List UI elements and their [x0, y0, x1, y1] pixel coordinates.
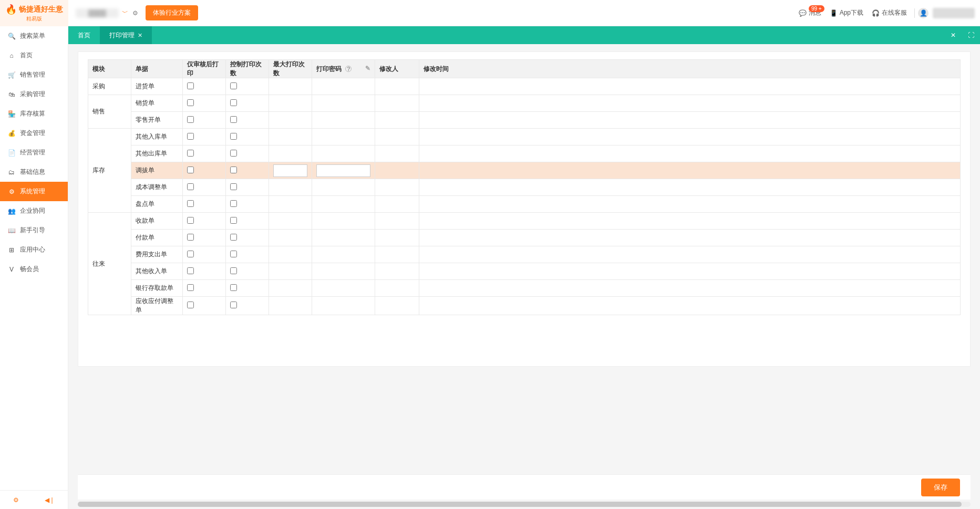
- sidebar-item-search-menu[interactable]: 🔍搜索菜单: [0, 26, 68, 46]
- password-cell: [312, 112, 375, 129]
- funds-icon: 💰: [7, 130, 16, 137]
- horizontal-scrollbar[interactable]: [78, 502, 971, 507]
- sidebar-item-purchase[interactable]: 🛍采购管理: [0, 85, 68, 104]
- audit-only-checkbox[interactable]: [187, 217, 194, 224]
- password-input[interactable]: [316, 164, 370, 177]
- sidebar-item-home[interactable]: ⌂首页: [0, 46, 68, 65]
- col-max-count: 最大打印次数: [269, 60, 312, 78]
- control-count-checkbox[interactable]: [230, 150, 237, 157]
- modify-time-cell: [419, 78, 961, 95]
- bill-cell: 零售开单: [131, 112, 183, 129]
- modifier-cell: [375, 129, 419, 146]
- app-center-icon: ⊞: [7, 246, 16, 254]
- control-count-checkbox[interactable]: [230, 251, 237, 257]
- tenant-selector[interactable]: ████ ﹀: [76, 8, 128, 18]
- control-count-cell: [226, 246, 269, 263]
- industry-plan-button[interactable]: 体验行业方案: [146, 5, 198, 20]
- control-count-checkbox[interactable]: [230, 234, 237, 241]
- sidebar-item-label: 首页: [20, 51, 33, 60]
- bill-cell: 销货单: [131, 95, 183, 112]
- col-modifier: 修改人: [375, 60, 419, 78]
- basic-info-icon: 🗂: [7, 169, 16, 176]
- app-download-button[interactable]: 📱 App下载: [830, 8, 863, 17]
- sidebar-item-basic-info[interactable]: 🗂基础信息: [0, 162, 68, 182]
- audit-only-checkbox[interactable]: [187, 133, 194, 140]
- fullscreen-button[interactable]: ⛶: [962, 32, 980, 39]
- modifier-cell: [375, 112, 419, 129]
- control-count-checkbox[interactable]: [230, 183, 237, 190]
- tab-home[interactable]: 首页: [68, 26, 100, 44]
- home-icon: ⌂: [7, 52, 16, 59]
- sidebar-item-label: 资金管理: [20, 129, 45, 138]
- bill-cell: 成本调整单: [131, 179, 183, 196]
- avatar-icon[interactable]: 👤: [918, 8, 929, 18]
- save-button[interactable]: 保存: [921, 479, 960, 496]
- control-count-checkbox[interactable]: [230, 267, 237, 274]
- audit-only-checkbox[interactable]: [187, 183, 194, 190]
- control-count-cell: [226, 95, 269, 112]
- sidebar: 🔍搜索菜单⌂首页🛒销售管理🛍采购管理🏪库存核算💰资金管理📄经营管理🗂基础信息⚙系…: [0, 26, 68, 509]
- control-count-checkbox[interactable]: [230, 116, 237, 123]
- messages-button[interactable]: 💬 消息 99 +: [799, 8, 821, 17]
- audit-only-checkbox[interactable]: [187, 200, 194, 207]
- audit-only-checkbox[interactable]: [187, 116, 194, 123]
- max-count-input[interactable]: [273, 164, 307, 177]
- sidebar-item-funds[interactable]: 💰资金管理: [0, 123, 68, 143]
- audit-only-checkbox[interactable]: [187, 99, 194, 106]
- user-name[interactable]: [933, 8, 975, 18]
- control-count-checkbox[interactable]: [230, 284, 237, 291]
- audit-only-cell: [183, 297, 226, 315]
- control-count-cell: [226, 112, 269, 129]
- sidebar-item-business[interactable]: 📄经营管理: [0, 143, 68, 162]
- audit-only-checkbox[interactable]: [187, 82, 194, 89]
- sidebar-item-sales[interactable]: 🛒销售管理: [0, 65, 68, 85]
- sidebar-item-inventory[interactable]: 🏪库存核算: [0, 104, 68, 123]
- col-bill: 单据: [131, 60, 183, 78]
- sidebar-item-vip[interactable]: V畅会员: [0, 259, 68, 279]
- scrollbar-thumb[interactable]: [78, 502, 962, 507]
- audit-only-checkbox[interactable]: [187, 302, 194, 308]
- settings-icon[interactable]: ⚙: [13, 496, 19, 504]
- help-icon[interactable]: ?: [345, 66, 352, 72]
- control-count-checkbox[interactable]: [230, 200, 237, 207]
- sidebar-item-label: 搜索菜单: [20, 32, 45, 40]
- audit-only-checkbox[interactable]: [187, 267, 194, 274]
- audit-only-checkbox[interactable]: [187, 251, 194, 257]
- sidebar-item-collab[interactable]: 👥企业协同: [0, 201, 68, 221]
- password-cell: [312, 162, 375, 179]
- audit-only-checkbox[interactable]: [187, 284, 194, 291]
- online-service-button[interactable]: 🎧 在线客服: [872, 8, 907, 17]
- control-count-checkbox[interactable]: [230, 133, 237, 140]
- control-count-checkbox[interactable]: [230, 82, 237, 89]
- control-count-checkbox[interactable]: [230, 217, 237, 224]
- password-cell: [312, 129, 375, 146]
- control-count-checkbox[interactable]: [230, 99, 237, 106]
- modify-time-cell: [419, 196, 961, 213]
- audit-only-cell: [183, 230, 226, 246]
- tab-print-management[interactable]: 打印管理 ✕: [100, 26, 152, 44]
- print-settings-table: 模块 单据 仅审核后打印 控制打印次数 最大打印次数 打印密码 ? ✎: [88, 59, 961, 315]
- sidebar-item-system[interactable]: ⚙系统管理: [0, 182, 68, 201]
- edit-icon[interactable]: ✎: [365, 65, 370, 72]
- close-icon[interactable]: ✕: [138, 32, 142, 39]
- gear-icon[interactable]: ⚙: [132, 9, 138, 17]
- table-row: 库存其他入库单: [88, 129, 961, 146]
- sidebar-item-label: 应用中心: [20, 245, 45, 254]
- audit-only-checkbox[interactable]: [187, 167, 194, 173]
- max-count-cell: [269, 263, 312, 280]
- sidebar-item-app-center[interactable]: ⊞应用中心: [0, 240, 68, 259]
- sidebar-item-onboarding[interactable]: 📖新手引导: [0, 221, 68, 240]
- control-count-checkbox[interactable]: [230, 302, 237, 308]
- close-all-tabs-button[interactable]: ✕: [944, 32, 962, 39]
- bill-cell: 收款单: [131, 213, 183, 230]
- max-count-cell: [269, 78, 312, 95]
- modify-time-cell: [419, 146, 961, 162]
- audit-only-checkbox[interactable]: [187, 150, 194, 157]
- col-control-count: 控制打印次数: [226, 60, 269, 78]
- control-count-checkbox[interactable]: [230, 167, 237, 173]
- tab-bar: 首页 打印管理 ✕ ✕ ⛶: [68, 26, 980, 44]
- collapse-icon[interactable]: ◀❘: [45, 496, 55, 504]
- audit-only-cell: [183, 263, 226, 280]
- audit-only-checkbox[interactable]: [187, 234, 194, 241]
- sidebar-footer: ⚙ ◀❘: [0, 490, 68, 509]
